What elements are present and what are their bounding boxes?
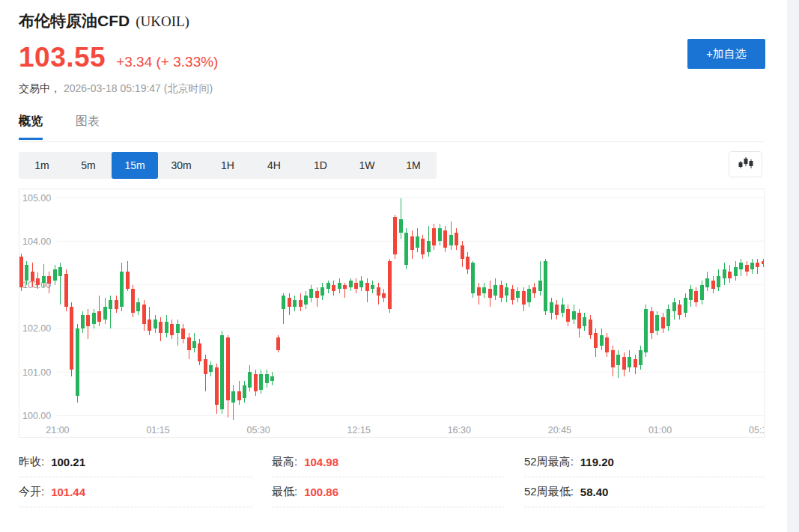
svg-text:05:15: 05:15 <box>749 425 764 435</box>
timeframe-1d[interactable]: 1D <box>297 152 344 179</box>
last-price: 103.55 <box>19 42 106 73</box>
stat-label: 昨收: <box>19 455 44 469</box>
price-chart[interactable]: 105.00104.00103.00102.00101.00100.0021:0… <box>19 189 765 438</box>
timeframe-4h[interactable]: 4H <box>251 152 297 179</box>
timeframe-1w[interactable]: 1W <box>344 152 390 179</box>
svg-text:101.00: 101.00 <box>22 367 51 378</box>
tab-chart[interactable]: 图表 <box>76 114 100 140</box>
svg-text:105.00: 105.00 <box>22 193 51 204</box>
instrument-symbol: (UKOIL) <box>136 13 189 30</box>
instrument-header: 布伦特原油CFD (UKOIL) 103.55 +3.34 (+ 3.33%) … <box>19 10 218 96</box>
quote-stats: 昨收:100.21今开:101.44最高:104.98最低:100.8652周最… <box>19 447 765 507</box>
stat-label: 今开: <box>19 485 44 499</box>
svg-text:21:00: 21:00 <box>46 425 69 435</box>
svg-text:100.00: 100.00 <box>22 411 51 421</box>
stat-row: 今开:101.44 <box>19 477 252 507</box>
candlestick-chart[interactable]: 105.00104.00103.00102.00101.00100.0021:0… <box>19 189 764 437</box>
stat-row: 52周最低:58.40 <box>524 477 765 507</box>
timeframe-selector: 1m5m15m30m1H4H1D1W1M <box>19 152 437 179</box>
stat-value: 101.44 <box>51 486 85 498</box>
quote-timestamp: 2026-03-18 05:19:47 (北京时间) <box>64 82 213 94</box>
stat-label: 52周最高: <box>524 455 574 469</box>
instrument-overview-page: 布伦特原油CFD (UKOIL) 103.55 +3.34 (+ 3.33%) … <box>0 0 799 532</box>
svg-text:20:45: 20:45 <box>548 425 571 435</box>
stat-value: 58.40 <box>580 486 609 498</box>
stat-value: 100.21 <box>51 456 85 468</box>
stat-label: 52周最低: <box>524 485 574 499</box>
page-edge-panel <box>787 0 799 532</box>
stat-value: 104.98 <box>304 456 338 468</box>
svg-text:102.00: 102.00 <box>22 323 51 334</box>
trading-status: 交易中， <box>19 82 61 94</box>
stat-label: 最高: <box>272 455 297 469</box>
tabs-divider <box>19 141 765 142</box>
chart-type-button[interactable] <box>729 151 762 177</box>
svg-text:01:15: 01:15 <box>146 425 169 435</box>
svg-text:01:00: 01:00 <box>648 425 672 435</box>
timeframe-15m[interactable]: 15m <box>112 152 158 179</box>
timeframe-5m[interactable]: 5m <box>65 152 112 179</box>
stat-row: 昨收:100.21 <box>19 447 252 477</box>
x-axis-labels: 21:0001:1505:3012:1516:3020:4501:0005:15 <box>46 425 764 435</box>
timeframe-1m[interactable]: 1m <box>19 152 65 179</box>
svg-text:05:30: 05:30 <box>246 425 270 435</box>
stat-row: 最高:104.98 <box>272 447 505 477</box>
timeframe-1m[interactable]: 1M <box>390 152 437 179</box>
add-watchlist-button[interactable]: +加自选 <box>687 39 765 69</box>
candlestick-chart-icon <box>738 156 754 173</box>
stat-value: 100.86 <box>304 486 338 498</box>
view-tabs: 概览图表 <box>19 114 100 140</box>
stat-label: 最低: <box>272 485 297 499</box>
svg-text:12:15: 12:15 <box>347 425 371 435</box>
y-axis-labels: 105.00104.00103.00102.00101.00100.00 <box>19 192 57 422</box>
timeframe-1h[interactable]: 1H <box>204 152 251 179</box>
timeframe-30m[interactable]: 30m <box>158 152 204 179</box>
candles <box>19 198 764 420</box>
stat-row: 最低:100.86 <box>272 477 505 507</box>
tab-overview[interactable]: 概览 <box>19 114 43 140</box>
stat-value: 119.20 <box>580 456 614 468</box>
svg-text:16:30: 16:30 <box>448 425 471 435</box>
price-change: +3.34 (+ 3.33%) <box>116 54 218 70</box>
svg-text:104.00: 104.00 <box>22 236 51 247</box>
stat-row: 52周最高:119.20 <box>524 447 765 477</box>
page-title: 布伦特原油CFD <box>19 10 130 31</box>
